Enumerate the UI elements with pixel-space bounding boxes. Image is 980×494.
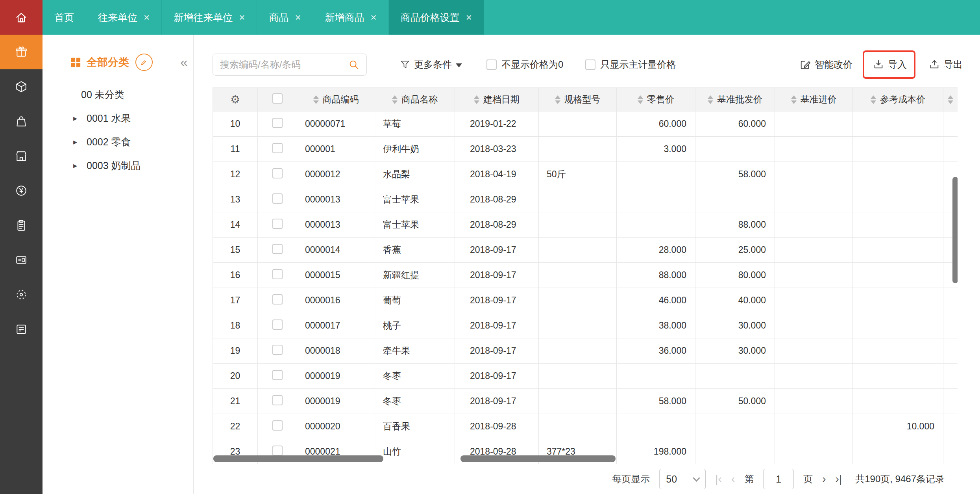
- column-header-name[interactable]: 商品名称: [375, 88, 455, 111]
- sidebar-item-integrations[interactable]: [0, 277, 43, 312]
- home-button[interactable]: [0, 0, 43, 35]
- cell-name: 富士苹果: [375, 212, 455, 238]
- sidebar-item-purchase[interactable]: [0, 104, 43, 139]
- tab-new-contact[interactable]: 新增往来单位×: [162, 0, 257, 35]
- row-checkbox[interactable]: [272, 193, 283, 204]
- cell-cost: [853, 389, 943, 414]
- sort-icon[interactable]: [948, 95, 953, 104]
- column-header-date[interactable]: 建档日期: [455, 88, 539, 111]
- column-header-clipped[interactable]: [943, 88, 958, 111]
- row-checkbox[interactable]: [272, 370, 283, 380]
- row-number: 11: [213, 137, 258, 162]
- table-row: 190000018牵牛果2018-09-1736.00030.000: [213, 338, 958, 364]
- last-page-button[interactable]: ›|: [836, 474, 842, 485]
- main-unit-checkbox[interactable]: 只显示主计量价格: [585, 58, 676, 71]
- cell-cost: [853, 288, 943, 313]
- first-page-button[interactable]: |‹: [715, 474, 722, 485]
- category-item-uncategorized[interactable]: 00 未分类: [43, 83, 193, 106]
- select-all-checkbox[interactable]: [272, 93, 283, 104]
- tab-close-icon[interactable]: ×: [239, 12, 245, 22]
- prev-page-button[interactable]: ‹: [731, 474, 735, 485]
- sort-icon[interactable]: [313, 95, 319, 104]
- tab-goods[interactable]: 商品×: [257, 0, 313, 35]
- tab-price-settings[interactable]: 商品价格设置×: [389, 0, 484, 35]
- tab-close-icon[interactable]: ×: [371, 12, 377, 22]
- column-settings-header[interactable]: ⚙: [213, 88, 258, 111]
- column-header-retail[interactable]: 零售价: [617, 88, 695, 111]
- column-header-cost[interactable]: 参考成本价: [853, 88, 943, 111]
- tab-close-icon[interactable]: ×: [144, 12, 150, 22]
- cell-clipped: [943, 288, 958, 313]
- category-item-snacks[interactable]: ▸0002 零食: [43, 130, 193, 154]
- sort-icon[interactable]: [638, 95, 643, 104]
- sort-icon[interactable]: [871, 95, 876, 104]
- row-checkbox[interactable]: [272, 219, 283, 229]
- tab-contacts[interactable]: 往来单位×: [86, 0, 162, 35]
- cell-retail: 3.000: [617, 137, 695, 162]
- column-header-code[interactable]: 商品编码: [297, 88, 375, 111]
- pencil-square-icon: [800, 59, 811, 70]
- page-number-input[interactable]: [763, 469, 794, 489]
- sidebar-item-news[interactable]: [0, 312, 43, 347]
- tab-home[interactable]: 首页: [43, 0, 86, 35]
- sidebar-item-accounts[interactable]: [0, 243, 43, 277]
- expand-triangle-icon[interactable]: ▸: [73, 113, 77, 123]
- cell-spec: [539, 389, 617, 414]
- row-checkbox[interactable]: [272, 269, 283, 279]
- sidebar-item-inventory[interactable]: [0, 69, 43, 104]
- edit-categories-button[interactable]: [135, 54, 153, 71]
- gear-icon[interactable]: ⚙: [230, 93, 240, 106]
- tab-close-icon[interactable]: ×: [466, 12, 472, 22]
- import-button[interactable]: 导入: [873, 58, 907, 71]
- tab-new-goods[interactable]: 新增商品×: [313, 0, 389, 35]
- sidebar-item-reports[interactable]: [0, 208, 43, 243]
- cell-date: 2018-03-23: [455, 137, 539, 162]
- row-checkbox[interactable]: [272, 395, 283, 405]
- next-page-button[interactable]: ›: [822, 474, 826, 485]
- sidebar-item-finance[interactable]: [0, 173, 43, 208]
- column-header-purchase[interactable]: 基准进价: [775, 88, 853, 111]
- cell-clipped: [943, 338, 958, 364]
- vertical-scrollbar-thumb[interactable]: [952, 177, 958, 283]
- cell-wholesale: [695, 439, 775, 464]
- sort-icon[interactable]: [474, 95, 479, 104]
- row-checkbox[interactable]: [272, 244, 283, 254]
- row-checkbox[interactable]: [272, 446, 283, 456]
- smart-reprice-button[interactable]: 智能改价: [800, 58, 852, 71]
- hide-zero-checkbox[interactable]: 不显示价格为0: [486, 58, 563, 71]
- row-checkbox[interactable]: [272, 118, 283, 128]
- cell-retail: 58.000: [617, 389, 695, 414]
- category-item-fruit[interactable]: ▸0001 水果: [43, 106, 193, 130]
- cell-retail: [617, 414, 695, 439]
- category-grid-icon: [70, 57, 81, 68]
- search-input[interactable]: [220, 59, 348, 70]
- column-header-wholesale[interactable]: 基准批发价: [695, 88, 775, 111]
- horizontal-scrollbar-thumb-right[interactable]: [460, 455, 616, 462]
- cell-code: 0000019: [297, 364, 375, 389]
- category-item-dairy[interactable]: ▸0003 奶制品: [43, 154, 193, 177]
- sidebar-item-goods[interactable]: [0, 35, 43, 69]
- sort-icon[interactable]: [708, 95, 713, 104]
- horizontal-scrollbar-thumb-left[interactable]: [213, 455, 383, 462]
- column-header-spec[interactable]: 规格型号: [539, 88, 617, 111]
- row-checkbox-cell: [258, 288, 297, 313]
- row-checkbox[interactable]: [272, 345, 283, 355]
- row-checkbox[interactable]: [272, 294, 283, 305]
- row-checkbox[interactable]: [272, 143, 283, 153]
- collapse-panel-button[interactable]: «: [180, 55, 188, 69]
- expand-triangle-icon[interactable]: ▸: [73, 161, 77, 170]
- cell-clipped: [943, 364, 958, 389]
- per-page-select[interactable]: 50: [659, 469, 706, 489]
- sort-icon[interactable]: [791, 95, 797, 104]
- sidebar-item-store[interactable]: [0, 139, 43, 173]
- sort-icon[interactable]: [392, 95, 398, 104]
- export-button[interactable]: 导出: [929, 58, 963, 71]
- row-checkbox[interactable]: [272, 420, 283, 431]
- tab-close-icon[interactable]: ×: [295, 12, 301, 22]
- search-icon[interactable]: [348, 59, 359, 70]
- row-checkbox[interactable]: [272, 319, 283, 330]
- row-checkbox[interactable]: [272, 168, 283, 178]
- sort-icon[interactable]: [555, 95, 560, 104]
- more-filters-button[interactable]: 更多条件: [400, 58, 462, 71]
- expand-triangle-icon[interactable]: ▸: [73, 137, 77, 147]
